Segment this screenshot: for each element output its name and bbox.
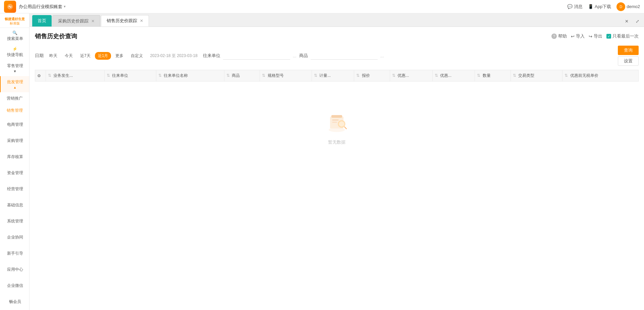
help-button[interactable]: ? 帮助 xyxy=(551,33,567,39)
user-menu[interactable]: D demo2 xyxy=(616,2,640,11)
svg-line-6 xyxy=(344,127,346,129)
sort-icon: ⇅ xyxy=(314,73,317,78)
date-range-text: 2023-02-18 至 2023-03-18 xyxy=(150,53,197,59)
data-table: ⚙ ⇅ 业务发生... ⇅ 往来单位 ⇅ 往来单位名称 xyxy=(35,70,639,172)
topbar: 办公用品行业模拟账套 ▾ 💬 消息 📱 App下载 D demo2 xyxy=(0,0,644,13)
gear-icon[interactable]: ⚙ xyxy=(37,73,41,78)
doc-title[interactable]: 办公用品行业模拟账套 xyxy=(19,4,62,10)
sidebar-item-business[interactable]: 经营管理 xyxy=(0,181,29,197)
goods-dots-btn[interactable]: ... xyxy=(380,53,384,58)
page-content: 销售历史价查询 ? 帮助 ↩ 导入 ↪ 导出 ✓ xyxy=(30,27,644,310)
chevron-up-icon: ▲ xyxy=(13,86,17,89)
sort-icon: ⇅ xyxy=(107,73,110,78)
page-header-actions: ? 帮助 ↩ 导入 ↪ 导出 ✓ 只看最后一次 xyxy=(551,33,639,39)
th-spec[interactable]: ⇅ 规格型号 xyxy=(260,70,312,82)
date-btn-yesterday[interactable]: 昨天 xyxy=(46,52,60,60)
th-goods[interactable]: ⇅ 商品 xyxy=(224,70,260,82)
date-btn-last1m[interactable]: 近1月 xyxy=(95,52,111,60)
goods-input[interactable] xyxy=(311,52,378,60)
sort-icon: ⇅ xyxy=(392,73,395,78)
sidebar-item-app-center[interactable]: 应用中心 xyxy=(0,261,29,277)
th-biz-date[interactable]: ⇅ 业务发生... xyxy=(46,70,105,82)
th-pre-tax-price[interactable]: ⇅ 优惠前无税单价 xyxy=(562,70,639,82)
close-tab-button[interactable]: ✕ xyxy=(623,17,631,25)
tab-sales-history[interactable]: 销售历史价跟踪 ✕ xyxy=(101,15,149,27)
phone-icon: 📱 xyxy=(588,4,593,9)
sidebar-item-vip[interactable]: 畅会员 xyxy=(0,294,29,310)
content-area: 首页 采购历史价跟踪 ✕ 销售历史价跟踪 ✕ ✕ ⤢ 销售历史价查询 xyxy=(30,13,644,310)
th-discount1[interactable]: ⇅ 优惠... xyxy=(390,70,433,82)
th-counterpart-code[interactable]: ⇅ 往来单位 xyxy=(104,70,156,82)
fullscreen-button[interactable]: ⤢ xyxy=(633,17,641,25)
dropdown-icon[interactable]: ▾ xyxy=(64,4,66,9)
app-download-btn[interactable]: 📱 App下载 xyxy=(588,4,611,10)
sidebar: 畅捷通好生意 标准版 🔍 搜索菜单 ⚡ 快捷导航 零售管理 ▼ 批发管理 ▲ 营… xyxy=(0,13,30,310)
date-btn-custom[interactable]: 自定义 xyxy=(128,52,146,60)
date-btn-last7[interactable]: 近7天 xyxy=(77,52,94,60)
page-header: 销售历史价查询 ? 帮助 ↩ 导入 ↪ 导出 ✓ xyxy=(35,32,639,40)
date-btn-more[interactable]: 更多 xyxy=(112,52,126,60)
app-logo[interactable] xyxy=(4,1,16,13)
goods-label: 商品 xyxy=(299,53,308,59)
search-icon: 🔍 xyxy=(12,31,17,35)
sidebar-item-wholesale[interactable]: 批发管理 ▲ xyxy=(0,76,29,92)
sort-icon: ⇅ xyxy=(262,73,265,78)
th-qty[interactable]: ⇅ 数量 xyxy=(475,70,511,82)
tab-home[interactable]: 首页 xyxy=(32,15,52,27)
svg-point-5 xyxy=(339,121,344,126)
only-last-checkbox[interactable]: ✓ 只看最后一次 xyxy=(606,33,639,39)
sort-icon: ⇅ xyxy=(477,73,480,78)
page-title: 销售历史价查询 xyxy=(35,32,77,40)
sidebar-item-retail[interactable]: 零售管理 ▼ xyxy=(0,60,29,76)
sidebar-logo-text: 畅捷通好生意 标准版 xyxy=(5,17,25,25)
import-button[interactable]: ↩ 导入 xyxy=(571,33,585,39)
counterpart-dots-btn[interactable]: ... xyxy=(293,53,297,58)
export-icon: ↪ xyxy=(589,34,592,39)
tab-bar-actions: ✕ ⤢ xyxy=(623,17,641,27)
tab-close-sales[interactable]: ✕ xyxy=(140,19,143,23)
sort-icon: ⇅ xyxy=(226,73,230,78)
counterpart-input[interactable] xyxy=(223,52,290,60)
svg-rect-7 xyxy=(332,120,338,120)
topbar-right: 💬 消息 📱 App下载 D demo2 xyxy=(567,2,640,11)
message-btn[interactable]: 💬 消息 xyxy=(567,4,583,10)
sidebar-item-system[interactable]: 系统管理 xyxy=(0,213,29,229)
th-unit[interactable]: ⇅ 计量... xyxy=(312,70,354,82)
th-quote[interactable]: ⇅ 报价 xyxy=(354,70,390,82)
sort-icon: ⇅ xyxy=(48,73,51,78)
sidebar-item-marketing[interactable]: 营销推广 xyxy=(0,92,29,104)
settings-button[interactable]: 设置 xyxy=(618,56,639,66)
empty-icon xyxy=(323,108,350,135)
tab-purchase-history[interactable]: 采购历史价跟踪 ✕ xyxy=(52,15,100,27)
sidebar-item-basic-info[interactable]: 基础信息 xyxy=(0,197,29,213)
sidebar-item-sales-mgmt[interactable]: 销售管理 xyxy=(0,104,29,116)
filter-row: 日期 昨天 今天 近7天 近1月 更多 自定义 2023-02-18 至 202… xyxy=(35,46,639,66)
sidebar-item-ecommerce[interactable]: 电商管理 xyxy=(0,116,29,133)
th-trade-type[interactable]: ⇅ 交易类型 xyxy=(511,70,562,82)
sidebar-item-guide[interactable]: 新手引导 xyxy=(0,245,29,261)
export-button[interactable]: ↪ 导出 xyxy=(589,33,602,39)
sidebar-item-wx[interactable]: 企业微信 xyxy=(0,277,29,294)
query-button[interactable]: 查询 xyxy=(618,46,639,55)
sort-icon: ⇅ xyxy=(435,73,438,78)
date-btn-today[interactable]: 今天 xyxy=(62,52,76,60)
counterpart-filter-group: 往来单位 ... 商品 ... xyxy=(203,52,612,60)
sidebar-item-search[interactable]: 🔍 搜索菜单 xyxy=(0,28,29,44)
sort-icon: ⇅ xyxy=(356,73,360,78)
sidebar-item-stock[interactable]: 库存核算 xyxy=(0,149,29,165)
svg-rect-3 xyxy=(331,115,342,118)
sidebar-item-purchase[interactable]: 采购管理 xyxy=(0,133,29,149)
sidebar-item-enterprise[interactable]: 企业协同 xyxy=(0,229,29,245)
sidebar-item-quick-nav[interactable]: ⚡ 快捷导航 xyxy=(0,44,29,60)
th-discount2[interactable]: ⇅ 优惠... xyxy=(432,70,475,82)
table-header: ⚙ ⇅ 业务发生... ⇅ 往来单位 ⇅ 往来单位名称 xyxy=(35,70,639,82)
table-body: 暂无数据 xyxy=(35,82,639,172)
sidebar-item-finance[interactable]: 资金管理 xyxy=(0,165,29,181)
th-gear[interactable]: ⚙ xyxy=(35,70,46,82)
th-counterpart-name[interactable]: ⇅ 往来单位名称 xyxy=(156,70,224,82)
help-icon: ? xyxy=(551,34,557,39)
sort-icon: ⇅ xyxy=(513,73,516,78)
empty-text: 暂无数据 xyxy=(328,139,345,145)
tab-close-purchase[interactable]: ✕ xyxy=(91,19,95,23)
import-icon: ↩ xyxy=(571,34,575,39)
